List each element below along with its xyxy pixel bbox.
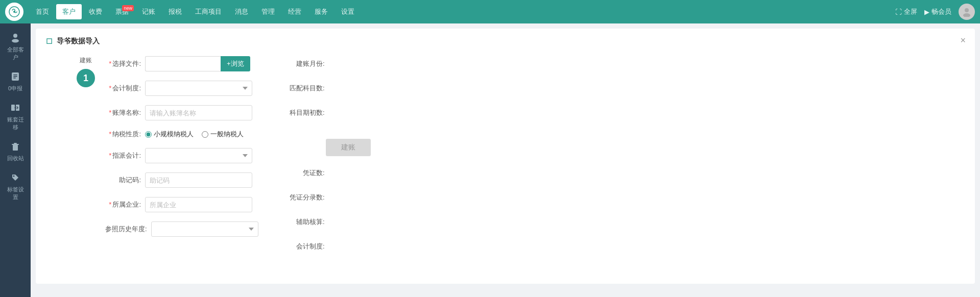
file-label: *选择文件: <box>105 59 141 68</box>
tax-small-label: 小规模纳税人 <box>154 130 194 139</box>
file-select-row: *选择文件: +浏览 <box>105 56 258 71</box>
dialog-panel: ☐ 导爷数据导入 × 建账 1 *选择文件: <box>36 29 975 284</box>
main-layout: 全部客户 0申报 账套迁移 <box>0 23 980 297</box>
nav-tax[interactable]: 报税 <box>162 4 188 19</box>
nav-invoice[interactable]: 票据 new <box>109 4 135 19</box>
sidebar-item-migrate[interactable]: 账套迁移 <box>2 98 29 135</box>
tax-general-input[interactable] <box>202 131 208 138</box>
build-label: 建账 <box>80 56 92 65</box>
svg-rect-12 <box>13 145 18 151</box>
sidebar-item-tag-settings[interactable]: 标签设置 <box>2 168 29 205</box>
required-star-accountant: * <box>109 152 111 159</box>
assign-accountant-label: *指派会计: <box>105 151 141 160</box>
svg-point-2 <box>965 8 969 12</box>
accounting-system-label: *会计制度: <box>105 84 141 93</box>
step-badge: 1 <box>77 69 95 87</box>
nav-fee[interactable]: 收费 <box>83 4 108 19</box>
sidebar-label-migrate: 账套迁移 <box>5 116 26 131</box>
match-subjects-row: 匹配科目数: <box>279 81 412 96</box>
accounting-system-row: *会计制度: <box>105 81 258 96</box>
user-avatar[interactable] <box>959 4 975 20</box>
nav-badge-new: new <box>122 5 134 11</box>
sidebar-item-declaration[interactable]: 0申报 <box>2 67 29 96</box>
nav-home[interactable]: 首页 <box>30 4 55 19</box>
nav-message[interactable]: 消息 <box>229 4 254 19</box>
nav-settings[interactable]: 设置 <box>335 4 361 19</box>
tag-settings-icon <box>10 172 20 184</box>
svg-rect-7 <box>13 75 17 76</box>
nav-customer[interactable]: 客户 <box>56 4 82 19</box>
declaration-icon <box>10 71 20 83</box>
affiliated-company-row: *所属企业: <box>105 197 258 212</box>
svg-rect-9 <box>13 78 16 79</box>
file-text-input[interactable] <box>145 56 221 71</box>
nav-service[interactable]: 服务 <box>308 4 334 19</box>
form-layout: 建账 1 *选择文件: +浏览 <box>46 56 965 254</box>
form-fields: *选择文件: +浏览 *会计制度: <box>105 56 258 237</box>
affiliated-company-label: *所属企业: <box>105 200 141 209</box>
svg-rect-14 <box>14 143 17 144</box>
sidebar-item-all-customers[interactable]: 全部客户 <box>2 29 29 65</box>
assign-accountant-select[interactable] <box>145 148 252 163</box>
nav-right: ⛶ 全屏 ▶ 畅会员 <box>895 4 975 20</box>
sidebar-label-all-customers: 全部客户 <box>5 46 26 61</box>
nav-operation[interactable]: 经营 <box>282 4 307 19</box>
dialog-header: ☐ 导爷数据导入 <box>46 37 965 46</box>
accounting-system-select[interactable] <box>145 81 252 96</box>
dialog-header-icon: ☐ <box>46 37 53 45</box>
nav-business[interactable]: 工商项目 <box>189 4 228 19</box>
build-month-label: 建账月份: <box>279 59 325 68</box>
nav-manage[interactable]: 管理 <box>255 4 281 19</box>
svg-point-15 <box>13 176 15 177</box>
file-input-group: +浏览 <box>145 56 250 71</box>
memo-code-label: 助记码: <box>105 176 141 185</box>
required-star-company: * <box>109 201 111 208</box>
step-badge-area: 建账 1 *选择文件: +浏览 <box>77 56 258 254</box>
sidebar-label-declaration: 0申报 <box>8 85 22 92</box>
nav-logo[interactable] <box>5 3 23 21</box>
svg-point-1 <box>13 11 15 13</box>
right-accounting-system-label: 会计制度: <box>279 242 325 251</box>
member-button[interactable]: ▶ 畅会员 <box>924 7 951 16</box>
svg-rect-10 <box>11 105 15 111</box>
all-customers-icon <box>10 33 20 44</box>
match-subjects-label: 匹配科目数: <box>279 84 325 93</box>
build-month-row: 建账月份: <box>279 56 412 71</box>
fullscreen-button[interactable]: ⛶ 全屏 <box>895 7 917 16</box>
nav-accounting[interactable]: 记账 <box>136 4 161 19</box>
memo-code-input[interactable] <box>145 172 252 188</box>
right-accounting-system-row: 会计制度: <box>279 239 412 254</box>
browse-button[interactable]: +浏览 <box>221 56 250 71</box>
reference-year-row: 参照历史年度: <box>105 221 258 237</box>
ledger-name-input[interactable] <box>145 105 252 120</box>
tax-type-row: *纳税性质: 小规模纳税人 一般纳税人 <box>105 130 258 139</box>
tax-general-label: 一般纳税人 <box>210 130 244 139</box>
tax-general-radio[interactable]: 一般纳税人 <box>202 130 244 139</box>
migrate-icon <box>10 103 20 114</box>
nav-items: 首页 客户 收费 票据 new 记账 报税 工商项目 消息 管理 经营 服务 设… <box>30 4 895 19</box>
ledger-name-label: *账簿名称: <box>105 108 141 117</box>
sidebar-item-recycle[interactable]: 回收站 <box>2 137 29 166</box>
tax-small-radio[interactable]: 小规模纳税人 <box>145 130 194 139</box>
dialog-title: 导爷数据导入 <box>57 37 100 46</box>
affiliated-company-input[interactable] <box>145 197 252 212</box>
required-star-file: * <box>109 60 111 67</box>
top-nav: 首页 客户 收费 票据 new 记账 报税 工商项目 消息 管理 经营 服务 设… <box>0 0 980 23</box>
reference-year-label: 参照历史年度: <box>105 225 147 234</box>
svg-point-3 <box>963 13 970 17</box>
svg-rect-13 <box>12 144 19 145</box>
svg-point-5 <box>12 39 19 43</box>
right-info-panel: 建账月份: 匹配科目数: 科目期初数: 建账 <box>279 56 412 254</box>
auxiliary-row: 辅助核算: <box>279 214 412 230</box>
reference-year-select[interactable] <box>151 221 258 237</box>
required-star-ledger: * <box>109 109 111 116</box>
build-account-button[interactable]: 建账 <box>326 139 371 156</box>
recycle-icon <box>10 141 20 153</box>
tax-small-input[interactable] <box>145 131 152 138</box>
required-star-tax: * <box>109 130 111 138</box>
ledger-name-row: *账簿名称: <box>105 105 258 120</box>
auxiliary-label: 辅助核算: <box>279 217 325 227</box>
subject-initial-row: 科目期初数: <box>279 105 412 120</box>
required-star-accounting: * <box>109 84 111 92</box>
dialog-close-button[interactable]: × <box>960 36 966 45</box>
